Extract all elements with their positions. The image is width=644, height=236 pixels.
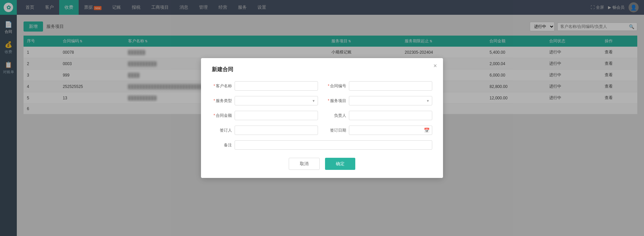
service-type-label: *服务类型 — [212, 98, 232, 104]
signatory-label: 签订人 — [212, 128, 232, 133]
required-star-4: * — [328, 98, 329, 103]
amount-label: *合同金额 — [212, 113, 232, 119]
cancel-button[interactable]: 取消 — [289, 158, 320, 170]
required-star-2: * — [328, 84, 329, 88]
form-group-sign-date: 签订日期 2023-06-06 📅 — [326, 126, 432, 135]
responsible-label: 负责人 — [326, 113, 346, 119]
form-group-signatory: 签订人 — [212, 126, 318, 135]
form-row-1: *客户名称 *合同编号 — [212, 81, 432, 91]
sign-date-label: 签订日期 — [326, 128, 346, 133]
modal-title: 新建合同 — [212, 66, 432, 73]
confirm-button[interactable]: 确定 — [325, 158, 355, 170]
sign-date-input[interactable]: 2023-06-06 — [349, 126, 432, 135]
customer-name-label: *客户名称 — [212, 83, 232, 89]
service-type-select-wrap: ▼ — [235, 96, 318, 105]
service-type-select[interactable] — [235, 96, 318, 105]
form-group-service-type: *服务类型 ▼ — [212, 96, 318, 105]
form-row-2: *服务类型 ▼ *服务项目 ▼ — [212, 96, 432, 105]
remark-label: 备注 — [212, 142, 232, 148]
required-star-3: * — [213, 98, 215, 103]
remark-input[interactable] — [235, 140, 432, 150]
signatory-input[interactable] — [235, 126, 318, 135]
customer-name-input[interactable] — [235, 81, 318, 91]
form-group-remark: 备注 — [212, 140, 432, 150]
responsible-input[interactable] — [349, 111, 432, 120]
service-item-select-wrap: ▼ — [349, 96, 432, 105]
modal-overlay[interactable]: × 新建合同 *客户名称 *合同编号 *服务类型 — [0, 0, 644, 236]
sign-date-wrap: 2023-06-06 📅 — [349, 126, 432, 135]
required-star: * — [213, 84, 215, 88]
form-row-5: 备注 — [212, 140, 432, 150]
form-group-contract-no: *合同编号 — [326, 81, 432, 91]
form-group-service-item: *服务项目 ▼ — [326, 96, 432, 105]
form-group-customer: *客户名称 — [212, 81, 318, 91]
new-contract-modal: × 新建合同 *客户名称 *合同编号 *服务类型 — [201, 58, 443, 178]
form-row-3: *合同金额 0.00 负责人 — [212, 111, 432, 120]
contract-no-input[interactable] — [349, 81, 432, 91]
contract-no-label: *合同编号 — [326, 83, 346, 89]
service-item-select[interactable] — [349, 96, 432, 105]
form-row-4: 签订人 签订日期 2023-06-06 📅 — [212, 126, 432, 135]
modal-footer: 取消 确定 — [212, 158, 432, 170]
amount-input[interactable]: 0.00 — [235, 111, 318, 120]
modal-close-button[interactable]: × — [433, 63, 437, 69]
required-star-5: * — [213, 113, 215, 118]
form-group-amount: *合同金额 0.00 — [212, 111, 318, 120]
form-group-responsible: 负责人 — [326, 111, 432, 120]
service-item-label: *服务项目 — [326, 98, 346, 104]
